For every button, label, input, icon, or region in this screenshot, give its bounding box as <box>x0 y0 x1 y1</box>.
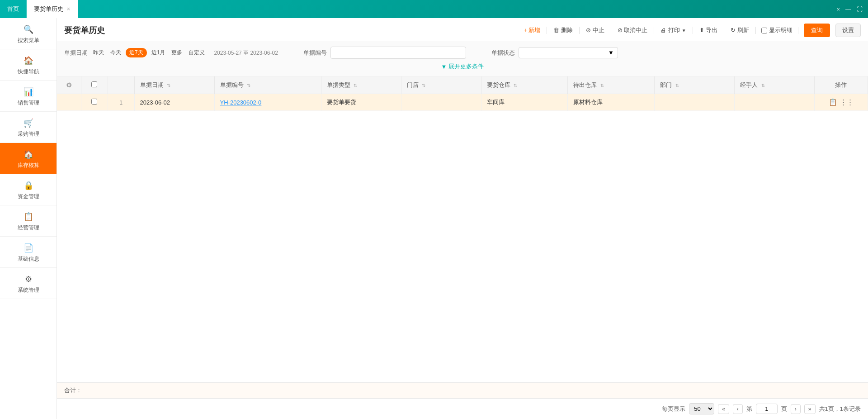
date-opt-today[interactable]: 今天 <box>108 48 123 57</box>
new-button[interactable]: + 新增 <box>523 24 541 36</box>
doc-status-select[interactable]: ▼ <box>519 47 618 58</box>
page-input-label: 第 <box>746 405 752 413</box>
sidebar-item-purchase-mgmt[interactable]: 🛒 采购管理 <box>0 112 57 143</box>
row-view-icon[interactable]: 📋 <box>829 98 837 106</box>
divider-7 <box>755 27 756 34</box>
row-ops-icons: 📋 ⋮⋮ <box>820 98 862 106</box>
cancel-stop-button[interactable]: ⊘ 取消中止 <box>617 24 649 36</box>
col-gear-icon[interactable]: ⚙ <box>66 81 72 89</box>
date-opt-last7days[interactable]: 近7天 <box>126 48 147 57</box>
sidebar-item-quicknav-label: 快捷导航 <box>18 68 39 76</box>
toolbar: + 新增 🗑 删除 ⊘ 中止 ⊘ 取消中止 🖨 打印 ▼ <box>523 24 861 37</box>
filter-area: 单据日期 昨天 今天 近7天 近1月 更多 自定义 2023-05-27 至 2… <box>57 41 868 76</box>
inventory-calc-icon: 🏠 <box>24 149 33 159</box>
export-label: ⬆ 导出 <box>699 26 718 34</box>
col-dept-sort[interactable]: ⇅ <box>675 83 679 88</box>
date-options: 昨天 今天 近7天 近1月 更多 自定义 <box>91 48 207 57</box>
export-button[interactable]: ⬆ 导出 <box>698 24 719 36</box>
window-close-btn[interactable]: × <box>836 6 840 13</box>
date-opt-yesterday[interactable]: 昨天 <box>91 48 106 57</box>
date-filter-label: 单据日期 <box>64 49 88 57</box>
expand-icon: ▼ <box>441 63 447 70</box>
sidebar-item-system-mgmt[interactable]: ⚙ 系统管理 <box>0 268 57 299</box>
date-opt-last1month[interactable]: 近1月 <box>150 48 167 57</box>
sidebar: 🔍 搜索菜单 🏠 快捷导航 📊 销售管理 🛒 采购管理 🏠 库存核算 🔒 资金管… <box>0 18 57 419</box>
tab-requisition-history[interactable]: 要货单历史 × <box>27 0 78 18</box>
pagination: 每页显示 50 10 20 100 « ‹ 第 页 › » 共1页，1条记录 <box>57 398 868 419</box>
print-dropdown-icon: ▼ <box>682 28 686 33</box>
sidebar-item-sales-mgmt[interactable]: 📊 销售管理 <box>0 81 57 112</box>
tab-close-icon[interactable]: × <box>67 6 70 12</box>
page-number-input[interactable] <box>756 404 778 414</box>
page-first-btn[interactable]: « <box>718 404 729 414</box>
search-menu-icon: 🔍 <box>24 24 33 34</box>
sidebar-item-search-menu[interactable]: 🔍 搜索菜单 <box>0 18 57 49</box>
page-size-select[interactable]: 50 10 20 100 <box>689 403 714 414</box>
col-pend-warehouse-sort[interactable]: ⇅ <box>600 83 604 88</box>
stop-button[interactable]: ⊘ 中止 <box>585 24 605 36</box>
col-doc-date-label: 单据日期 <box>140 81 164 88</box>
col-handler-sort[interactable]: ⇅ <box>761 83 765 88</box>
print-button[interactable]: 🖨 打印 ▼ <box>660 24 687 36</box>
col-dept-label: 部门 <box>660 81 672 88</box>
row-checkbox[interactable] <box>91 99 97 105</box>
col-dept: 部门 ⇅ <box>654 76 734 94</box>
footer-sum: 合计： <box>57 382 868 398</box>
expand-label: 展开更多条件 <box>448 62 484 71</box>
sidebar-item-finance-mgmt[interactable]: 🔒 资金管理 <box>0 174 57 205</box>
col-ops-label: 操作 <box>835 81 847 88</box>
divider-2 <box>579 27 580 34</box>
row-more-icon[interactable]: ⋮⋮ <box>840 98 854 106</box>
date-opt-more[interactable]: 更多 <box>170 48 184 57</box>
row-doc-no-link[interactable]: YH-20230602-0 <box>220 99 262 106</box>
col-settings[interactable]: ⚙ <box>57 76 81 94</box>
window-max-btn[interactable]: ⛶ <box>857 6 863 13</box>
col-doc-date-sort[interactable]: ⇅ <box>167 83 170 88</box>
col-store: 门店 ⇅ <box>401 76 481 94</box>
query-button[interactable]: 查询 <box>804 24 830 37</box>
doc-status-arrow: ▼ <box>608 49 614 56</box>
col-pend-warehouse: 待出仓库 ⇅ <box>568 76 655 94</box>
col-store-sort[interactable]: ⇅ <box>422 83 425 88</box>
col-doc-no-sort[interactable]: ⇅ <box>247 83 250 88</box>
col-doc-type-sort[interactable]: ⇅ <box>354 83 357 88</box>
col-doc-date: 单据日期 ⇅ <box>134 76 214 94</box>
page-title: 要货单历史 <box>64 25 523 36</box>
row-num-cell: 1 <box>108 94 134 111</box>
display-detail-label: 显示明细 <box>769 26 793 34</box>
page-last-btn[interactable]: » <box>804 404 816 414</box>
row-checkbox-cell <box>81 94 108 111</box>
row-doc-type-cell: 要货单要货 <box>321 94 401 111</box>
display-detail-input[interactable] <box>761 28 767 33</box>
stop-label: ⊘ 中止 <box>586 26 604 34</box>
tab-home[interactable]: 首页 <box>0 0 27 18</box>
page-total-info: 共1页，1条记录 <box>819 405 861 413</box>
page-prev-btn[interactable]: ‹ <box>733 404 743 414</box>
sidebar-item-inventory-calc[interactable]: 🏠 库存核算 <box>0 143 57 174</box>
data-table: ⚙ 单据日期 ⇅ 单据编号 ⇅ <box>57 76 868 111</box>
row-handler-cell <box>734 94 814 111</box>
expand-more-btn[interactable]: ▼ 展开更多条件 <box>64 62 861 71</box>
sidebar-item-basic-label: 基础信息 <box>18 255 39 263</box>
sidebar-item-purchase-label: 采购管理 <box>18 130 39 138</box>
page-next-btn[interactable]: › <box>791 404 801 414</box>
col-req-warehouse-sort[interactable]: ⇅ <box>514 83 517 88</box>
table-area: ⚙ 单据日期 ⇅ 单据编号 ⇅ <box>57 76 868 382</box>
refresh-button[interactable]: ↻ 刷新 <box>730 24 750 36</box>
settings-button[interactable]: 设置 <box>835 24 861 37</box>
tab-bar: 首页 要货单历史 × <box>0 0 78 18</box>
window-min-btn[interactable]: — <box>845 6 851 13</box>
delete-button[interactable]: 🗑 删除 <box>552 24 574 36</box>
sidebar-item-quick-nav[interactable]: 🏠 快捷导航 <box>0 49 57 81</box>
tab-home-label: 首页 <box>7 5 19 13</box>
sidebar-item-finance-label: 资金管理 <box>18 193 39 200</box>
doc-no-label: 单据编号 <box>303 49 327 57</box>
quick-nav-icon: 🏠 <box>24 56 33 66</box>
sidebar-item-ops-mgmt[interactable]: 📋 经营管理 <box>0 205 57 237</box>
doc-no-input[interactable] <box>330 47 466 59</box>
sidebar-item-basic-info[interactable]: 📄 基础信息 <box>0 237 57 268</box>
row-store-cell <box>401 94 481 111</box>
display-detail-checkbox[interactable]: 显示明细 <box>761 26 793 34</box>
date-opt-custom[interactable]: 自定义 <box>187 48 207 57</box>
select-all-checkbox[interactable] <box>91 81 97 87</box>
